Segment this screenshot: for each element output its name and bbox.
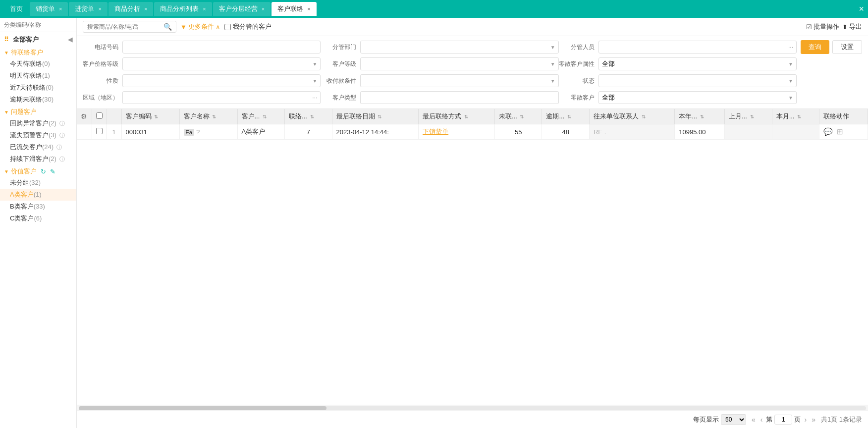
sidebar-item-today-pending[interactable]: 今天待联络(0) bbox=[0, 58, 76, 70]
price-grade-select[interactable]: ▼ bbox=[122, 57, 321, 70]
close-tab-purchase[interactable]: × bbox=[98, 6, 101, 12]
status-select[interactable]: ▼ bbox=[598, 74, 797, 87]
close-tab-sales[interactable]: × bbox=[59, 6, 62, 12]
tab-purchase[interactable]: 进货单 × bbox=[69, 2, 107, 16]
td-name: Ea? bbox=[179, 124, 237, 140]
close-tab-customer-tier[interactable]: × bbox=[262, 6, 265, 12]
export-btn[interactable]: ⬆ 导出 bbox=[842, 22, 862, 31]
sidebar-collapse-icon[interactable]: ◀ bbox=[68, 36, 72, 43]
chat-action-icon[interactable]: 💬 bbox=[823, 127, 833, 136]
grid-action-icon[interactable]: ⊞ bbox=[837, 127, 843, 136]
sidebar-item-a-class[interactable]: A类客户(1) bbox=[0, 189, 76, 201]
th-overdue[interactable]: 逾期... ⇅ bbox=[542, 109, 590, 124]
query-button[interactable]: 查询 bbox=[801, 40, 829, 54]
th-lastdate[interactable]: 最后联络日期 ⇅ bbox=[332, 109, 419, 124]
last-method-link[interactable]: 下销货单 bbox=[423, 128, 448, 135]
batch-ops-btn[interactable]: ☑ 批量操作 bbox=[806, 22, 839, 31]
select-all-checkbox[interactable] bbox=[96, 112, 103, 119]
sidebar-item-c-class[interactable]: C类客户(6) bbox=[0, 213, 76, 224]
tab-customer-contact[interactable]: 客户联络 × bbox=[271, 2, 316, 16]
table-settings-icon[interactable]: ⚙ bbox=[81, 112, 87, 120]
nature-select[interactable]: ▼ bbox=[122, 74, 321, 87]
sidebar-group-value[interactable]: ▼ 价值客户 ↻ ✎ bbox=[0, 165, 76, 177]
sidebar-item-abnormal-repurchase[interactable]: 回购异常客户(2) ⓘ bbox=[0, 117, 76, 129]
page-input[interactable] bbox=[774, 415, 792, 425]
th-contact[interactable]: 联络... ⇅ bbox=[285, 109, 332, 124]
sidebar-group-pending[interactable]: ▼ 待联络客户 bbox=[0, 46, 76, 58]
dept-select[interactable]: ▼ bbox=[360, 41, 558, 54]
tab-home[interactable]: 首页 bbox=[4, 2, 29, 16]
filter-more-btn[interactable]: ▼ 更多条件 ∧ bbox=[180, 22, 220, 31]
th-this-month[interactable]: 本月... ⇅ bbox=[772, 109, 819, 124]
sidebar-group-problem[interactable]: ▼ 问题客户 bbox=[0, 106, 76, 117]
page-size-select[interactable]: 20 50 100 bbox=[721, 414, 746, 425]
scatter-select[interactable]: 全部 ▼ bbox=[598, 91, 797, 104]
th-year-amount[interactable]: 本年... ⇅ bbox=[675, 109, 725, 124]
customer-type-input[interactable] bbox=[360, 91, 558, 104]
sidebar-item-declining[interactable]: 持续下滑客户(2) ⓘ bbox=[0, 153, 76, 165]
sidebar-search-input[interactable] bbox=[4, 21, 77, 28]
close-tab-goods-analysis-list[interactable]: × bbox=[203, 6, 206, 12]
filter-field-payment: 收付款条件 ▼ bbox=[321, 74, 558, 87]
th-uncontacted[interactable]: 未联... ⇅ bbox=[494, 109, 542, 124]
th-settings[interactable]: ⚙ bbox=[77, 109, 92, 124]
filter-field-scatter-attr: 零散客户属性 全部 ▼ bbox=[559, 57, 797, 70]
th-lastmethod[interactable]: 最后联络方式 ⇅ bbox=[419, 109, 495, 124]
manager-input[interactable]: ··· bbox=[598, 41, 797, 54]
sidebar-all-customers-header[interactable]: ⠿ 全部客户 ◀ bbox=[0, 32, 76, 46]
td-checkbox[interactable] bbox=[92, 124, 107, 140]
th-name[interactable]: 客户名称 ⇅ bbox=[179, 109, 237, 124]
tab-goods-analysis[interactable]: 商品分析 × bbox=[108, 2, 153, 16]
my-customer-filter[interactable]: 我分管的客户 bbox=[224, 22, 271, 31]
tab-sales[interactable]: 销货单 × bbox=[30, 2, 68, 16]
td-uncontacted: 55 bbox=[494, 124, 542, 140]
sidebar-item-7days-pending[interactable]: 近7天待联络(0) bbox=[0, 82, 76, 94]
filter-field-price-grade: 客户价格等级 ▼ bbox=[83, 57, 321, 70]
customer-grade-select[interactable]: ▼ bbox=[360, 57, 558, 70]
next-page-btn[interactable]: › bbox=[803, 416, 808, 424]
filter-actions: ☑ 批量操作 ⬆ 导出 bbox=[806, 22, 862, 31]
sort-lastdate-icon: ⇅ bbox=[378, 114, 381, 119]
sidebar-item-churned[interactable]: 已流失客户(24) ⓘ bbox=[0, 141, 76, 153]
filter-search-icon[interactable]: 🔍 bbox=[163, 23, 172, 31]
filter-field-region: 区域（地区） ··· bbox=[83, 91, 321, 104]
tab-customer-tier[interactable]: 客户分层经营 × bbox=[213, 2, 271, 16]
scrollbar-track[interactable] bbox=[79, 406, 866, 410]
row-checkbox[interactable] bbox=[96, 128, 103, 134]
filter-search-input[interactable] bbox=[87, 23, 162, 30]
td-lastmethod[interactable]: 下销货单 bbox=[419, 124, 495, 140]
horizontal-scrollbar[interactable] bbox=[77, 405, 868, 411]
th-checkbox[interactable] bbox=[92, 109, 107, 124]
scatter-attr-select[interactable]: 全部 ▼ bbox=[598, 57, 797, 70]
sidebar-item-tomorrow-pending[interactable]: 明天待联络(1) bbox=[0, 70, 76, 82]
sort-contact-icon: ⇅ bbox=[310, 114, 314, 119]
sidebar-item-overdue-pending[interactable]: 逾期未联络(30) bbox=[0, 94, 76, 106]
phone-input[interactable] bbox=[122, 41, 321, 54]
close-tab-goods-analysis[interactable]: × bbox=[144, 6, 147, 12]
filter-row-2: 客户价格等级 ▼ 客户等级 ▼ 零散客户属性 全部 bbox=[83, 57, 862, 71]
tab-goods-analysis-list[interactable]: 商品分析列表 × bbox=[154, 2, 212, 16]
th-type[interactable]: 客户... ⇅ bbox=[237, 109, 285, 124]
sidebar-item-churn-warning[interactable]: 流失预警客户(3) ⓘ bbox=[0, 129, 76, 141]
region-select[interactable]: ··· bbox=[122, 91, 321, 104]
th-code[interactable]: 客户编码 ⇅ bbox=[121, 109, 179, 124]
sidebar-item-ungrouped[interactable]: 未分组(32) bbox=[0, 177, 76, 189]
sort-lastmethod-icon: ⇅ bbox=[464, 114, 468, 119]
sidebar-item-b-class[interactable]: B类客户(33) bbox=[0, 201, 76, 213]
close-all-tabs[interactable]: × bbox=[859, 4, 864, 14]
triangle-icon-2: ▼ bbox=[4, 109, 9, 115]
first-page-btn[interactable]: « bbox=[750, 416, 757, 424]
scrollbar-thumb[interactable] bbox=[79, 406, 326, 410]
page-size-container: 每页显示 20 50 100 bbox=[693, 414, 746, 425]
last-page-btn[interactable]: » bbox=[810, 416, 817, 424]
status-label: 状态 bbox=[559, 77, 598, 85]
th-last-month[interactable]: 上月... ⇅ bbox=[725, 109, 772, 124]
prev-page-btn[interactable]: ‹ bbox=[759, 416, 764, 424]
settings-button[interactable]: 设置 bbox=[832, 40, 862, 54]
sort-unit-contact-icon: ⇅ bbox=[642, 114, 646, 119]
close-tab-customer-contact[interactable]: × bbox=[307, 6, 310, 12]
payment-select[interactable]: ▼ bbox=[360, 74, 558, 87]
my-customer-checkbox[interactable] bbox=[224, 24, 231, 30]
td-unit-contact: RE . bbox=[589, 124, 674, 140]
th-unit-contact[interactable]: 往来单位联系人 ⇅ bbox=[589, 109, 674, 124]
